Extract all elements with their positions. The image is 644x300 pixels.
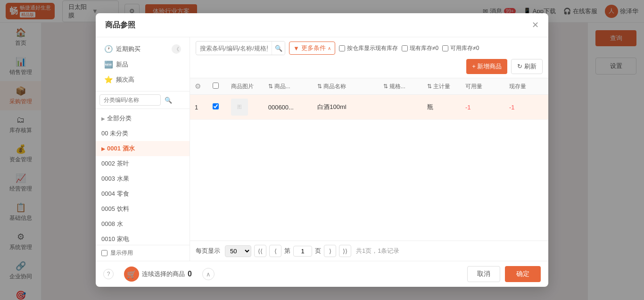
th-settings: ⚙ (190, 78, 208, 95)
modal-left-panel: 🕐 近期购买 《 🆕 新品 ⭐ 频次高 🔍 (96, 37, 190, 261)
product-search-input[interactable] (196, 42, 272, 54)
available-stock-checkbox-wrap: 可用库存≠0 (442, 44, 479, 52)
cell-checkbox (208, 95, 226, 120)
filter-icon: ▼ (293, 45, 299, 52)
category-snacks[interactable]: 0004 零食 (96, 186, 190, 201)
category-drinks[interactable]: 0005 饮料 (96, 201, 190, 217)
th-name: ⇅ 商品名称 (313, 78, 378, 95)
category-all[interactable]: ▶ 全部分类 (96, 111, 190, 126)
sort-icon: ⇅ (383, 83, 388, 90)
th-stock: 现存量 (504, 78, 548, 95)
cell-spec (379, 95, 422, 120)
arrow-icon: ▶ (101, 146, 105, 151)
product-search-button[interactable]: 🔍 (272, 42, 285, 55)
th-available: 可用量 (461, 78, 504, 95)
product-search-wrap: 🔍 (196, 41, 285, 55)
sort-icon: ⇅ (317, 83, 322, 90)
row-checkbox[interactable] (213, 103, 219, 109)
modal-overlay: 商品参照 ✕ 🕐 近期购买 《 🆕 新品 ⭐ (0, 0, 644, 300)
modal-right-panel: 🔍 ▼ 更多条件 ∧ 按仓库显示现有库存 现有库存≠0 (190, 37, 548, 261)
filter-arrow-icon: ∧ (328, 46, 331, 51)
modal-footer: ? 🛒 连续选择的商品 0 ∧ 取消 确定 (96, 261, 548, 287)
table-row[interactable]: 1 图 000600... (190, 95, 548, 120)
new-icon: 🆕 (104, 60, 113, 69)
sort-icon: ⇅ (427, 83, 432, 90)
category-water[interactable]: 0008 水 (96, 217, 190, 232)
current-stock-checkbox-wrap: 现有库存≠0 (402, 44, 438, 52)
cell-num: 1 (190, 95, 208, 120)
footer-actions: 取消 确定 (467, 266, 541, 282)
cell-name: 白酒100ml (313, 95, 378, 120)
footer-collapse-button[interactable]: ∧ (202, 268, 215, 280)
cell-stock: -1 (504, 95, 548, 120)
th-checkbox (208, 78, 226, 95)
page-size-label: 每页显示 (196, 247, 220, 255)
product-toolbar: 🔍 ▼ 更多条件 ∧ 按仓库显示现有库存 现有库存≠0 (190, 37, 548, 78)
cell-image: 图 (226, 95, 264, 120)
frequent-item[interactable]: ⭐ 频次高 (99, 72, 186, 87)
page-suffix: 页 (315, 247, 321, 255)
display-disabled-checkbox[interactable] (101, 250, 107, 256)
category-search-row: 🔍 (96, 92, 190, 109)
th-unit: ⇅ 主计量 (422, 78, 461, 95)
page-label: 第 (284, 247, 290, 255)
star-icon: ⭐ (104, 75, 113, 84)
cancel-button[interactable]: 取消 (467, 266, 500, 282)
refresh-button[interactable]: ↻ 刷新 (511, 59, 543, 74)
modal-title: 商品参照 (105, 20, 532, 30)
table-header: ⚙ 商品图片 (190, 78, 548, 95)
table-body: 1 图 000600... (190, 95, 548, 120)
confirm-button[interactable]: 确定 (505, 266, 541, 282)
help-button[interactable]: ? (103, 269, 114, 279)
last-page-button[interactable]: ⟩⟩ (339, 245, 351, 257)
modal-body: 🕐 近期购买 《 🆕 新品 ⭐ 频次高 🔍 (96, 37, 548, 261)
cell-code: 000600... (264, 95, 313, 120)
cell-available: -1 (461, 95, 504, 120)
page-total: 共1页，1条记录 (356, 247, 399, 255)
cart-count: 0 (188, 270, 192, 278)
th-spec: ⇅ 规格... (379, 78, 422, 95)
collapse-panel-button[interactable]: 《 (172, 44, 181, 54)
th-code: ⇅ 商品... (264, 78, 313, 95)
recent-icon: 🕐 (104, 45, 113, 53)
category-list: ▶ 全部分类 00 未分类 ▶ 0001 酒水 0002 茶叶 0003 水果 (96, 109, 190, 245)
pagination-bar: 每页显示 50 10 20 100 ⟨⟨ ⟨ 第 页 ⟩ ⟩⟩ 共1页，1条记录 (190, 241, 548, 261)
add-product-button[interactable]: + 新增商品 (466, 59, 507, 74)
warehouse-stock-checkbox[interactable] (339, 45, 345, 51)
category-fruit[interactable]: 0003 水果 (96, 171, 190, 186)
sort-icon: ⇅ (268, 83, 273, 90)
product-table-wrap: ⚙ 商品图片 (190, 78, 548, 241)
prev-page-button[interactable]: ⟨ (269, 245, 281, 257)
quick-access-area: 🕐 近期购买 《 🆕 新品 ⭐ 频次高 (96, 37, 190, 92)
first-page-button[interactable]: ⟨⟨ (254, 245, 266, 257)
category-search-input[interactable] (99, 94, 161, 106)
next-page-button[interactable]: ⟩ (324, 245, 336, 257)
arrow-icon: ▶ (101, 116, 105, 121)
product-image: 图 (231, 99, 248, 116)
category-search-button[interactable]: 🔍 (163, 94, 174, 106)
toolbar-right: + 新增商品 ↻ 刷新 (466, 59, 543, 74)
category-liquor[interactable]: ▶ 0001 酒水 (96, 141, 190, 156)
warehouse-stock-checkbox-wrap: 按仓库显示现有库存 (339, 44, 398, 52)
category-unclassified[interactable]: 00 未分类 (96, 126, 190, 141)
recent-purchase-item[interactable]: 🕐 近期购买 《 (99, 41, 186, 57)
page-input[interactable] (293, 246, 312, 257)
available-stock-checkbox[interactable] (442, 45, 448, 51)
filter-button[interactable]: ▼ 更多条件 ∧ (289, 42, 335, 55)
product-reference-modal: 商品参照 ✕ 🕐 近期购买 《 🆕 新品 ⭐ (96, 13, 548, 287)
page-size-select[interactable]: 50 10 20 100 (225, 245, 251, 257)
cart-text: 连续选择的商品 (142, 270, 185, 278)
modal-header: 商品参照 ✕ (96, 13, 548, 37)
column-settings-icon[interactable]: ⚙ (195, 82, 201, 90)
select-all-checkbox[interactable] (213, 83, 219, 89)
modal-close-button[interactable]: ✕ (532, 20, 539, 30)
category-tea[interactable]: 0002 茶叶 (96, 156, 190, 171)
product-table: ⚙ 商品图片 (190, 78, 548, 120)
category-appliances[interactable]: 0010 家电 (96, 232, 190, 245)
display-disabled-area: 显示停用 (96, 245, 190, 261)
cart-area: 🛒 连续选择的商品 0 (124, 267, 192, 282)
current-stock-checkbox[interactable] (402, 45, 408, 51)
cart-icon: 🛒 (124, 267, 139, 282)
th-image: 商品图片 (226, 78, 264, 95)
new-products-item[interactable]: 🆕 新品 (99, 57, 186, 72)
